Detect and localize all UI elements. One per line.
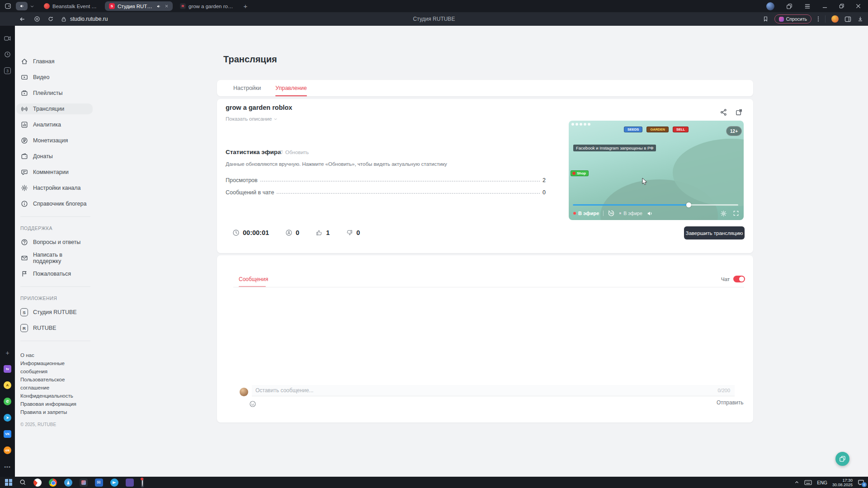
footer-link-rules[interactable]: Правила и запреты xyxy=(20,408,93,416)
sidebar-item-channel-settings[interactable]: Настройки канала xyxy=(16,183,93,193)
share-icon[interactable] xyxy=(720,108,727,116)
refresh-stats-button[interactable]: Обновить xyxy=(278,150,309,155)
progress-knob[interactable] xyxy=(686,202,691,207)
sidebar-item-home[interactable]: Главная xyxy=(16,56,93,67)
tab-close-icon[interactable] xyxy=(165,4,169,8)
telegram-icon[interactable]: ➤ xyxy=(4,414,11,422)
likes-count[interactable]: 1 xyxy=(316,229,330,236)
taskbar-app-mail-icon[interactable]: ✉ xyxy=(95,479,103,487)
footer-link-terms[interactable]: Пользовательское соглашение xyxy=(20,375,93,392)
volume-icon[interactable] xyxy=(646,210,653,217)
sidebar-item-videos[interactable]: Видео xyxy=(16,72,93,83)
sidebar-item-rutube-app[interactable]: R RUTUBE xyxy=(16,323,93,333)
clock-icon xyxy=(232,229,240,236)
taskbar-app-compass-icon[interactable] xyxy=(64,479,72,487)
back-icon[interactable] xyxy=(19,16,26,23)
chat-toggle[interactable] xyxy=(733,276,745,282)
ask-ai-button[interactable]: Спросить xyxy=(774,14,811,23)
sidebar-panel-icon[interactable] xyxy=(844,16,851,22)
sidebar-item-studio-app[interactable]: S Студия RUTUBE xyxy=(16,307,93,318)
tab-groups-icon[interactable] xyxy=(786,3,793,9)
fullscreen-icon[interactable] xyxy=(733,210,739,216)
tab-overview-icon[interactable] xyxy=(5,3,11,9)
taskbar-app-purple-icon[interactable] xyxy=(126,479,134,487)
player-settings-icon[interactable] xyxy=(720,210,727,217)
notification-center-icon[interactable]: 6 xyxy=(858,479,864,486)
sidebar-item-comments[interactable]: Комментарии xyxy=(16,167,93,178)
tab-audio-icon[interactable] xyxy=(156,4,161,9)
notes-badge-icon[interactable]: 3 xyxy=(4,67,11,75)
dislikes-count[interactable]: 0 xyxy=(346,229,360,236)
playlist-icon xyxy=(20,89,28,97)
video-call-icon[interactable] xyxy=(4,34,11,42)
history-clock-icon[interactable] xyxy=(4,51,11,58)
send-message-button[interactable]: Отправить xyxy=(717,399,744,406)
sidebar-item-contact-support[interactable]: Написать в поддержку xyxy=(16,253,93,263)
tab-messages[interactable]: Сообщения xyxy=(239,276,268,282)
time: 17:30 xyxy=(832,478,853,483)
tab-audio-button[interactable] xyxy=(16,2,28,10)
taskbar-app-telegram-icon[interactable] xyxy=(110,479,118,487)
player-progress-bar[interactable] xyxy=(573,204,738,206)
bookmark-icon[interactable] xyxy=(763,16,769,22)
footer-link-info[interactable]: Информационные сообщения xyxy=(20,359,93,375)
sidebar-item-report[interactable]: Пожаловаться xyxy=(16,268,93,279)
sidebar-item-analytics[interactable]: Аналитика xyxy=(16,119,93,130)
emoji-icon[interactable] xyxy=(249,400,256,408)
game-hud-icons xyxy=(571,123,590,126)
extension-avatar-icon[interactable] xyxy=(831,15,839,23)
add-panel-icon[interactable]: + xyxy=(4,349,11,357)
browser-profile-avatar[interactable] xyxy=(766,2,774,10)
menu-icon[interactable] xyxy=(804,4,811,9)
end-broadcast-button[interactable]: Завершить трансляцию xyxy=(684,226,745,239)
sidebar-item-faq[interactable]: Вопросы и ответы xyxy=(16,237,93,248)
tab-management[interactable]: Управление xyxy=(275,80,307,96)
minimize-icon[interactable] xyxy=(822,4,827,9)
replay-10-icon[interactable]: 10 xyxy=(608,210,615,217)
taskbar-clock[interactable]: 17:30 30.08.2025 xyxy=(832,478,853,487)
language-indicator[interactable]: ENG xyxy=(817,480,827,485)
assistant-icon[interactable]: A xyxy=(4,381,11,389)
taskbar-app-photos-icon[interactable] xyxy=(80,479,88,487)
vk-icon[interactable]: VK xyxy=(4,430,11,438)
footer-link-about[interactable]: О нас xyxy=(20,351,93,359)
lock-icon[interactable] xyxy=(61,16,66,22)
taskbar-app-obs-active[interactable] xyxy=(141,478,144,488)
tray-expand-icon[interactable] xyxy=(794,480,799,485)
twitch-icon[interactable]: tv xyxy=(4,365,11,373)
stream-preview-player[interactable]: SEEDS GARDEN SELL 12+ Facebook и Instagr… xyxy=(569,121,744,220)
new-tab-button[interactable]: + xyxy=(241,2,250,11)
sidebar-item-blogger-guide[interactable]: Справочник блогера xyxy=(16,198,93,209)
browser-tab-3[interactable]: R grow a garden roblox xyxy=(176,1,238,11)
close-icon[interactable] xyxy=(856,4,861,9)
url-text[interactable]: studio.rutube.ru xyxy=(70,16,108,22)
footer-link-legal[interactable]: Правовая информация xyxy=(20,400,93,408)
browser-tab-2-active[interactable]: S Студия RUTUBE xyxy=(105,1,173,11)
maximize-icon[interactable] xyxy=(839,4,844,9)
sidebar-item-donations[interactable]: Донаты xyxy=(16,151,93,162)
live-status-label[interactable]: В эфире xyxy=(623,211,642,216)
tab-settings[interactable]: Настройки xyxy=(233,80,261,96)
whatsapp-icon[interactable]: ✆ xyxy=(4,398,11,405)
browser-tab-1[interactable]: Beanstalk Event | Grow a G xyxy=(40,1,102,11)
footer-link-privacy[interactable]: Конфиденциальность xyxy=(20,392,93,400)
show-description-link[interactable]: Показать описание xyxy=(226,116,278,122)
download-icon[interactable] xyxy=(857,16,863,22)
open-external-icon[interactable] xyxy=(735,108,743,116)
ok-icon[interactable]: ok xyxy=(4,446,11,454)
sidebar-item-broadcasts[interactable]: Трансляции xyxy=(16,103,93,114)
refresh-icon[interactable] xyxy=(47,16,54,22)
sidebar-item-monetization[interactable]: Монетизация xyxy=(16,135,93,146)
widget-fab-button[interactable] xyxy=(835,452,849,466)
keyboard-icon[interactable] xyxy=(804,480,812,485)
sidebar-item-playlists[interactable]: Плейлисты xyxy=(16,88,93,99)
chat-message-input[interactable] xyxy=(252,387,717,394)
kebab-menu-icon[interactable] xyxy=(817,16,819,22)
protect-icon[interactable] xyxy=(34,16,40,22)
more-panel-icon[interactable]: ••• xyxy=(4,463,11,470)
chevron-down-icon[interactable] xyxy=(30,4,34,9)
taskbar-search-icon[interactable] xyxy=(19,479,26,486)
start-button[interactable] xyxy=(5,479,12,486)
taskbar-app-chrome-icon[interactable] xyxy=(49,479,57,487)
taskbar-app-browser-icon[interactable] xyxy=(33,479,42,487)
